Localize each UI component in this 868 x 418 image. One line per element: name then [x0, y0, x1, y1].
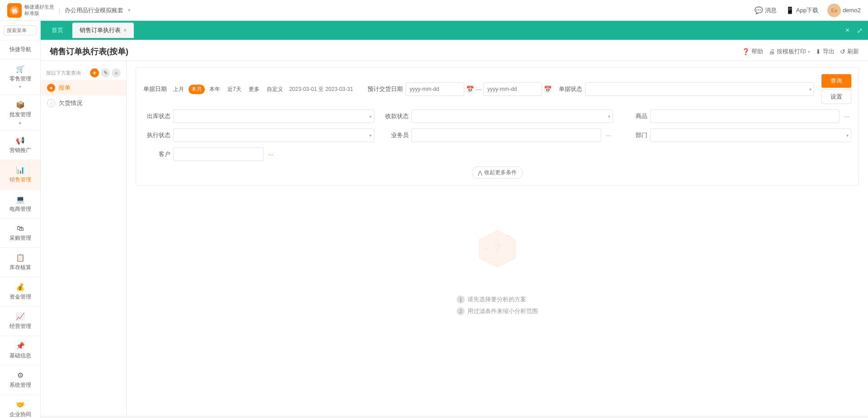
empty-illustration: ? — [470, 222, 524, 285]
goods-label: 商品 — [620, 112, 647, 120]
export-btn[interactable]: ⬇ 导出 — [816, 48, 835, 56]
date-range-display: 2023-03-01 至 2023-03-31 — [289, 86, 353, 93]
collapse-panel-btn[interactable]: « — [112, 68, 121, 77]
user-area[interactable]: Ea demo2 — [827, 4, 861, 17]
sidebar-item-system[interactable]: ⚙ 系统管理 — [0, 366, 40, 395]
tab-close-action[interactable]: × — [844, 25, 851, 35]
help-btn[interactable]: ❓ 帮助 — [742, 48, 763, 56]
basic-info-icon: 📌 — [16, 342, 25, 350]
sidebar-item-collab[interactable]: 🤝 企业协同 — [0, 395, 40, 418]
salesman-input[interactable] — [411, 128, 601, 142]
sidebar-item-wholesale[interactable]: 📦 批发管理 ▲ — [0, 95, 40, 131]
date-this-month-btn[interactable]: 本月 — [189, 85, 205, 94]
tab-maximize-action[interactable]: ⤢ — [855, 25, 864, 36]
sidebar-item-retail[interactable]: 🛒 零售管理 ▼ — [0, 59, 40, 95]
shipment-label: 出库状态 — [143, 112, 170, 120]
header-right: 💬 消息 📱 App下载 Ea demo2 — [755, 4, 861, 17]
salesman-dots-btn[interactable]: ··· — [604, 132, 613, 139]
collab-icon: 🤝 — [16, 400, 25, 409]
collapse-icon: « — [115, 70, 118, 76]
empty-text: 1 请先选择要分析的方案 2 用过滤条件来缩小分析范围 — [457, 294, 538, 317]
expected-date-end[interactable] — [483, 82, 542, 96]
left-panel-actions: + ✎ « — [90, 68, 121, 77]
date-last-month-btn[interactable]: 上月 — [170, 85, 187, 94]
date-custom-btn[interactable]: 自定义 — [264, 85, 286, 94]
exec-select[interactable] — [173, 128, 374, 142]
date-this-year-btn[interactable]: 本年 — [207, 85, 223, 94]
shipment-select[interactable] — [173, 109, 374, 123]
tab-bar-actions: × ⤢ — [844, 25, 864, 36]
customer-input[interactable] — [173, 147, 264, 161]
sidebar-item-purchase[interactable]: 🛍 采购管理 — [0, 219, 40, 248]
svg-text:?: ? — [494, 241, 501, 255]
calendar-start-icon[interactable]: 📅 — [466, 86, 474, 93]
date-more-btn[interactable]: 更多 — [246, 85, 262, 94]
calendar-end-icon[interactable]: 📅 — [544, 86, 552, 93]
sales-icon: 📊 — [16, 166, 25, 174]
top-header: 畅 畅捷通好生意 标准版 | 办公用品行业模拟账套 ▾ 💬 消息 📱 App下载… — [0, 0, 868, 21]
collapse-row: ⋀ 收起更多条件 — [143, 166, 851, 179]
sidebar-item-operation[interactable]: 📈 经营管理 — [0, 307, 40, 336]
sidebar-item-marketing[interactable]: 📢 营销推广 — [0, 131, 40, 160]
tab-current[interactable]: 销售订单执行表 × — [72, 23, 134, 38]
purchase-icon: 🛍 — [17, 224, 24, 233]
dept-select-wrapper: ▾ — [650, 128, 851, 142]
print-dropdown-icon[interactable]: ▾ — [808, 49, 810, 54]
marketing-icon: 📢 — [16, 136, 25, 145]
filter-row-2: 出库状态 ▾ 收款状态 — [143, 109, 851, 123]
tab-bar: 首页 销售订单执行表 × × ⤢ — [41, 21, 868, 40]
page-header: 销售订单执行表(按单) ❓ 帮助 🖨 按模板打印 ▾ ⬇ 导出 — [41, 40, 868, 61]
goods-dots-btn[interactable]: ··· — [842, 113, 851, 120]
search-input[interactable] — [4, 25, 37, 35]
filter-row-4: 客户 ··· — [143, 147, 851, 161]
app-download-btn[interactable]: 📱 App下载 — [786, 6, 818, 14]
edit-scheme-btn[interactable]: ✎ — [101, 68, 110, 77]
dept-select[interactable] — [650, 128, 851, 142]
logo-icon: 畅 — [7, 3, 22, 18]
scheme-icon-inactive: ○ — [47, 99, 55, 107]
query-btn[interactable]: 查询 — [821, 74, 851, 88]
print-icon: 🖨 — [769, 48, 775, 55]
sidebar-item-inventory[interactable]: 📋 库存核算 — [0, 248, 40, 277]
retail-icon: 🛒 — [16, 65, 25, 73]
payment-select[interactable] — [411, 109, 613, 123]
status-label: 单据状态 — [559, 85, 582, 93]
ecommerce-icon: 💻 — [16, 195, 25, 204]
sidebar-item-sales[interactable]: 📊 销售管理 — [0, 160, 40, 190]
refresh-btn[interactable]: ↺ 刷新 — [840, 48, 859, 56]
message-btn[interactable]: 💬 消息 — [755, 6, 777, 14]
sidebar-item-basic-info[interactable]: 📌 基础信息 — [0, 336, 40, 366]
export-icon: ⬇ — [816, 48, 821, 55]
scheme-item-order[interactable]: ● 按单 — [41, 80, 126, 95]
customer-label: 客户 — [143, 150, 170, 158]
sidebar-item-quick-nav[interactable]: 快捷导航 — [0, 40, 40, 59]
system-icon: ⚙ — [17, 371, 24, 380]
svg-text:畅: 畅 — [12, 8, 17, 14]
inventory-icon: 📋 — [16, 253, 25, 262]
payment-select-wrapper: ▾ — [411, 109, 613, 123]
scheme-item-shortage[interactable]: ○ 欠货情况 — [41, 95, 126, 111]
exec-select-wrapper: ▾ — [173, 128, 374, 142]
avatar: Ea — [827, 4, 841, 17]
main-layout: 快捷导航 🛒 零售管理 ▼ 📦 批发管理 ▲ 📢 营销推广 📊 销售管理 💻 电… — [0, 21, 868, 418]
add-scheme-btn[interactable]: + — [90, 68, 99, 77]
sidebar-item-ecommerce[interactable]: 💻 电商管理 — [0, 190, 40, 219]
app-title: 办公用品行业模拟账套 — [65, 6, 123, 14]
settings-btn[interactable]: 设置 — [821, 90, 851, 104]
tab-close-btn[interactable]: × — [123, 27, 127, 33]
status-select[interactable] — [585, 82, 814, 96]
logo-area: 畅 畅捷通好生意 标准版 — [7, 3, 54, 18]
sidebar-item-finance[interactable]: 💰 资金管理 — [0, 277, 40, 307]
goods-input[interactable] — [650, 109, 840, 123]
dropdown-icon[interactable]: ▾ — [128, 7, 131, 13]
collapse-btn[interactable]: ⋀ 收起更多条件 — [472, 166, 523, 179]
finance-icon: 💰 — [16, 283, 25, 291]
filter-row-3: 执行状态 ▾ 业务员 — [143, 128, 851, 142]
collapse-chevron-icon: ⋀ — [478, 170, 482, 176]
left-panel: 按以下方案查询 + ✎ « ● 按单 — [41, 61, 127, 416]
date-7days-btn[interactable]: 近7天 — [225, 85, 244, 94]
expected-date-start[interactable] — [406, 82, 464, 96]
print-btn[interactable]: 🖨 按模板打印 ▾ — [769, 48, 810, 56]
tab-home[interactable]: 首页 — [44, 23, 71, 38]
customer-dots-btn[interactable]: ··· — [266, 151, 275, 158]
